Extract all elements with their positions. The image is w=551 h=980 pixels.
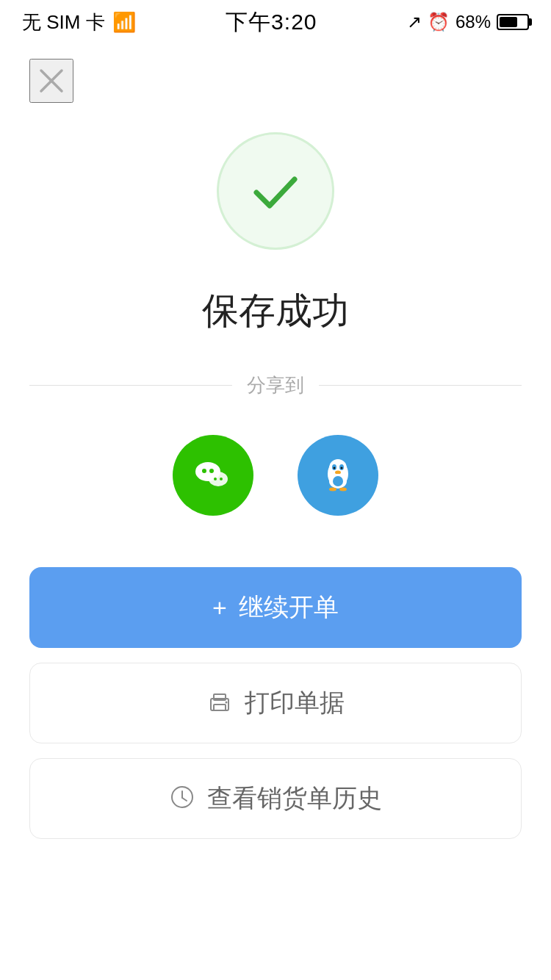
printer-icon bbox=[206, 688, 233, 718]
svg-point-5 bbox=[209, 472, 228, 486]
svg-point-17 bbox=[329, 488, 336, 491]
history-button[interactable]: 查看销货单历史 bbox=[29, 758, 522, 839]
carrier-label: 无 SIM 卡 bbox=[22, 10, 105, 35]
time-label: 下午3:20 bbox=[226, 7, 317, 37]
svg-point-7 bbox=[220, 478, 223, 480]
svg-point-13 bbox=[341, 467, 343, 469]
wechat-share-button[interactable] bbox=[173, 435, 253, 516]
svg-point-16 bbox=[333, 476, 343, 486]
share-divider: 分享到 bbox=[29, 372, 522, 398]
success-title: 保存成功 bbox=[202, 287, 349, 336]
svg-point-6 bbox=[214, 478, 217, 480]
divider-left bbox=[29, 385, 232, 386]
history-label: 查看销货单历史 bbox=[207, 782, 382, 815]
svg-point-12 bbox=[334, 467, 336, 469]
main-content: 保存成功 分享到 bbox=[0, 44, 551, 980]
svg-point-18 bbox=[339, 488, 347, 491]
status-right: ↗ ⏰ 68% bbox=[407, 12, 529, 32]
close-button[interactable] bbox=[29, 59, 73, 103]
status-bar: 无 SIM 卡 📶 下午3:20 ↗ ⏰ 68% bbox=[0, 0, 551, 44]
print-button[interactable]: 打印单据 bbox=[29, 663, 522, 743]
svg-point-22 bbox=[226, 701, 228, 703]
svg-point-14 bbox=[335, 471, 341, 475]
location-icon: ↗ bbox=[407, 12, 422, 32]
battery-icon bbox=[497, 14, 529, 30]
svg-point-3 bbox=[202, 469, 206, 473]
continue-order-button[interactable]: + 继续开单 bbox=[29, 567, 522, 648]
status-left: 无 SIM 卡 📶 bbox=[22, 10, 136, 35]
qq-icon bbox=[314, 452, 361, 499]
plus-icon: + bbox=[212, 595, 227, 620]
qq-share-button[interactable] bbox=[298, 435, 378, 516]
svg-rect-21 bbox=[214, 705, 226, 710]
share-label: 分享到 bbox=[247, 372, 304, 398]
wifi-icon: 📶 bbox=[112, 11, 136, 34]
share-icons bbox=[173, 435, 378, 516]
alarm-icon: ⏰ bbox=[428, 12, 450, 32]
clock-icon bbox=[169, 784, 195, 814]
battery-percent: 68% bbox=[455, 12, 491, 32]
success-circle bbox=[217, 132, 334, 250]
svg-point-4 bbox=[209, 469, 214, 473]
divider-right bbox=[319, 385, 522, 386]
continue-order-label: 继续开单 bbox=[239, 591, 339, 624]
print-label: 打印单据 bbox=[245, 686, 345, 720]
checkmark-icon bbox=[246, 162, 305, 220]
svg-line-25 bbox=[182, 798, 187, 801]
wechat-icon bbox=[190, 453, 236, 498]
action-buttons: + 继续开单 打印单据 bbox=[29, 567, 522, 839]
close-icon bbox=[38, 68, 65, 94]
